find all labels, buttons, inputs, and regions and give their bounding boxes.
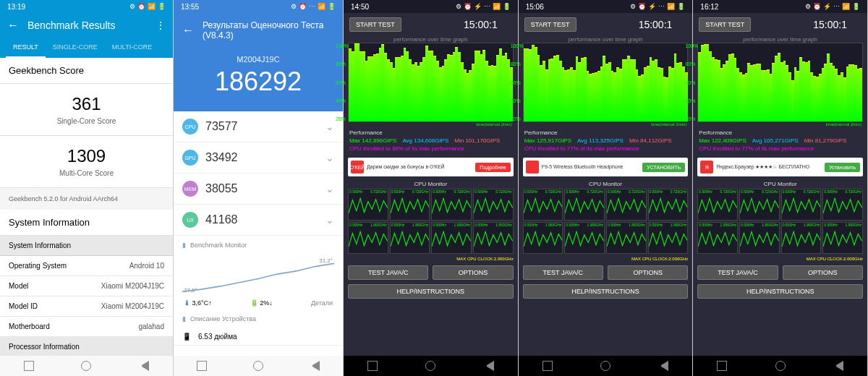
nav-recent-icon[interactable] <box>24 361 34 371</box>
help-button[interactable]: HELP/INSTRUCTIONS <box>523 284 689 299</box>
ad-button[interactable]: УСТАНОВИТЬ <box>642 163 685 172</box>
status-icons: ⚙⏰⚡⋯📶🔋 <box>805 3 860 10</box>
row-model: ModelXiaomi M2004J19C <box>0 276 173 296</box>
ad-button[interactable]: Установить <box>825 163 860 172</box>
perf-graph-area: performance over time graph 100%80%60%40… <box>348 36 514 127</box>
cpu-grid: 0.500Hz0.720GHz0.500Hz0.720GHz0.500Hz0.7… <box>348 189 514 254</box>
gips-max: Max 142,896GIPS <box>349 137 396 144</box>
gips-avg: Avg 134,608GIPS <box>402 137 448 144</box>
top-bar: START TEST 15:00:1 <box>344 13 518 36</box>
details-link[interactable]: Детали <box>311 299 333 307</box>
ad-icon: Я <box>700 161 713 174</box>
chart-high: 31,2° <box>319 257 333 264</box>
proc-header: Processor Information <box>0 337 173 356</box>
ad-banner[interactable]: F9-5 Wireless Bluetooth Headphone УСТАНО… <box>523 158 689 176</box>
perf-graph: 100%80%60%40%20% <box>523 43 689 122</box>
status-time: 13:55 <box>181 3 199 11</box>
menu-icon[interactable]: ⋮ <box>156 20 166 31</box>
gips-avg: Avg 113,325GIPS <box>577 137 624 144</box>
nav-recent-icon[interactable] <box>197 361 207 371</box>
timer: 15:00:1 <box>813 19 847 30</box>
tabs: RESULT SINGLE-CORE MULTI-CORE <box>0 38 173 58</box>
nav-back-icon[interactable] <box>833 361 843 371</box>
cpu-core-4: 0.500Hz1.950GHz <box>523 222 563 254</box>
ad-text: Дарим скидки за бонусы в О'КЕЙ <box>367 164 472 170</box>
cpu-core-3: 0.500Hz0.720GHz <box>473 189 514 221</box>
header-title: Benchmark Results <box>27 20 115 31</box>
cpu-core-6: 0.500Hz1.950GHz <box>781 222 822 254</box>
ad-button[interactable]: Подробнее <box>475 163 510 172</box>
temp-battery-row[interactable]: 🌡 3,6°C↑ 🔋 2%↓ Детали <box>174 296 343 309</box>
status-time: 13:19 <box>7 3 25 11</box>
gips-max: Max 125,917GIPS <box>524 137 571 144</box>
row-mem[interactable]: MEM38055⌄ <box>174 174 343 205</box>
gips-min: Min 101,170GIPS <box>454 137 500 144</box>
row-os: Operating SystemAndroid 10 <box>0 256 173 276</box>
cpu-core-2: 0.500Hz0.720GHz <box>431 189 472 221</box>
cpu-core-0: 0.500Hz0.720GHz <box>348 189 388 221</box>
nav-back-icon[interactable] <box>139 361 149 371</box>
cpu-core-6: 0.500Hz1.950GHz <box>606 222 647 254</box>
options-button[interactable]: OPTIONS <box>608 265 688 280</box>
gips-max: Max 122,409GIPS <box>699 137 746 144</box>
tab-result[interactable]: RESULT <box>6 38 46 58</box>
row-ux[interactable]: UX41168⌄ <box>174 205 343 236</box>
cpu-monitor-title: CPU Monitor <box>519 181 693 187</box>
tab-single-core[interactable]: SINGLE-CORE <box>46 38 105 58</box>
max-clock: MAX CPU CLOCK:2.000GHz <box>344 255 518 262</box>
cpu-core-5: 0.500Hz1.950GHz <box>390 222 430 254</box>
nav-home-icon[interactable] <box>425 361 435 371</box>
row-gpu[interactable]: GPU33492⌄ <box>174 142 343 174</box>
start-test-button[interactable]: START TEST <box>349 17 401 32</box>
cpu-core-5: 0.500Hz1.950GHz <box>564 222 605 254</box>
nav-home-icon[interactable] <box>600 361 610 371</box>
row-cpu[interactable]: CPU73577⌄ <box>174 111 343 142</box>
chevron-down-icon: ⌄ <box>326 121 334 132</box>
status-icons: ⚙⏰⋯📶🔋 <box>291 3 336 10</box>
ad-text: Яндекс.Браузер ★★★★☆ БЕСПЛАТНО <box>716 164 822 170</box>
test-javac-button[interactable]: TEST JAVA/C <box>523 265 603 280</box>
back-icon[interactable]: ← <box>7 19 19 32</box>
back-icon[interactable]: ← <box>182 24 194 37</box>
cpu-core-7: 0.500Hz1.950GHz <box>648 222 689 254</box>
tab-multi-core[interactable]: MULTI-CORE <box>105 38 159 58</box>
cpu-core-4: 0.500Hz1.950GHz <box>697 222 738 254</box>
phone-icon: 📱 <box>182 333 191 341</box>
ad-banner[interactable]: Я Яндекс.Браузер ★★★★☆ БЕСПЛАТНО Установ… <box>697 158 863 176</box>
nav-back-icon[interactable] <box>484 361 494 371</box>
phone-throttle-2: 15:06 ⚙⏰⚡⋯📶🔋 START TEST 15:00:1 performa… <box>519 0 694 376</box>
nav-back-icon[interactable] <box>310 361 320 371</box>
nav-home-icon[interactable] <box>775 361 786 371</box>
row-screen-size[interactable]: 📱 6.53 дюйма <box>174 328 343 346</box>
help-button[interactable]: HELP/INSTRUCTIONS <box>697 284 863 299</box>
multi-score: 1309 <box>0 146 173 166</box>
start-test-button[interactable]: START TEST <box>699 17 751 32</box>
start-test-button[interactable]: START TEST <box>524 17 576 32</box>
test-javac-button[interactable]: TEST JAVA/C <box>348 265 428 280</box>
options-button[interactable]: OPTIONS <box>433 265 513 280</box>
perf-graph: 100%80%60%40%20% <box>348 43 514 122</box>
nav-recent-icon[interactable] <box>542 361 553 371</box>
phone-geekbench: 13:19 ⚙⏰📶🔋 ← Benchmark Results ⋮ RESULT … <box>0 0 174 376</box>
sub-scores: CPU73577⌄ GPU33492⌄ MEM38055⌄ UX41168⌄ <box>174 111 343 236</box>
ad-banner[interactable]: О'КЕЙ Дарим скидки за бонусы в О'КЕЙ Под… <box>348 158 514 176</box>
status-icons: ⚙⏰📶🔋 <box>129 3 166 10</box>
cpu-core-1: 0.500Hz0.720GHz <box>739 189 780 221</box>
graph-title: performance over time graph <box>348 36 514 43</box>
nav-home-icon[interactable] <box>81 361 91 371</box>
options-button[interactable]: OPTIONS <box>783 265 863 280</box>
perf-stats: Performance Max 125,917GIPSAvg 113,325GI… <box>519 127 693 155</box>
status-bar: 16:12 ⚙⏰⚡⋯📶🔋 <box>693 0 867 13</box>
ad-icon <box>526 161 539 174</box>
version-note: Geekbench 5.2.0 for Android AArch64 <box>0 188 173 210</box>
max-clock: MAX CPU CLOCK:2.000GHz <box>519 255 693 262</box>
test-javac-button[interactable]: TEST JAVA/C <box>697 265 778 280</box>
status-bar: 15:06 ⚙⏰⚡⋯📶🔋 <box>519 0 693 13</box>
help-button[interactable]: HELP/INSTRUCTIONS <box>348 284 514 299</box>
cpu-core-4: 0.500Hz1.950GHz <box>348 222 388 254</box>
nav-back-icon[interactable] <box>658 361 668 371</box>
nav-recent-icon[interactable] <box>367 361 378 371</box>
perf-graph-area: performance over time graph 100%80%60%40… <box>523 36 689 127</box>
nav-recent-icon[interactable] <box>717 361 727 371</box>
nav-home-icon[interactable] <box>253 361 263 371</box>
